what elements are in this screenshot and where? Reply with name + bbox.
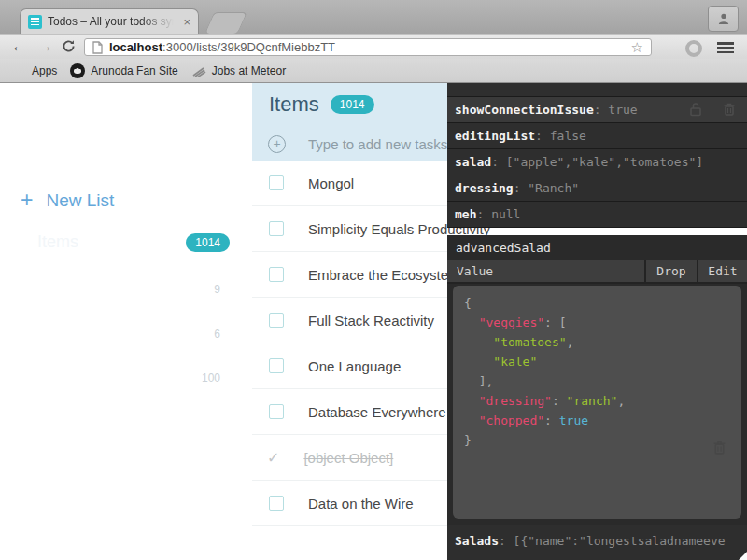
todo-label: Full Stack Reactivity xyxy=(308,313,434,329)
checkbox[interactable] xyxy=(269,175,284,190)
collection-row-salads[interactable]: Salads: [{"name":"longestsaladnameeve xyxy=(447,525,747,560)
count-badge: 6 xyxy=(204,325,230,343)
count-badge: 100 xyxy=(192,369,230,387)
session-row-showconnectionissue[interactable]: showConnectionIssue: true xyxy=(447,97,747,123)
collection-value: : [{"name":"longestsaladnameeve xyxy=(499,534,726,548)
sidebar-lists: Items 1014 Languages 9 Scientists 6 List… xyxy=(0,217,252,400)
refresh-button[interactable] xyxy=(62,39,76,58)
checkbox[interactable] xyxy=(269,221,284,236)
faint-trash-icon[interactable] xyxy=(712,440,726,458)
chrome-menu-button[interactable] xyxy=(717,42,734,53)
checkbox[interactable] xyxy=(269,496,284,511)
browser-window: Todos – All your todos syn × ← → localho… xyxy=(0,0,747,560)
extension-icon[interactable] xyxy=(685,40,702,57)
bookmark-label: Jobs at Meteor xyxy=(212,64,286,77)
session-row-dressing[interactable]: dressing: "Ranch" xyxy=(447,175,747,202)
new-list-label: New List xyxy=(46,190,114,211)
bookmarks-bar: Apps Arunoda Fan Site Jobs at Meteor xyxy=(0,59,747,83)
forward-button[interactable]: → xyxy=(37,37,53,56)
collection-key: Salads xyxy=(455,534,499,548)
page-icon xyxy=(92,41,103,54)
value-editor-header: Value Drop Edit xyxy=(447,260,747,284)
edit-button[interactable]: Edit xyxy=(698,260,747,282)
panel-gap xyxy=(447,228,747,235)
todo-label: Embrace the Ecosystem xyxy=(308,267,460,283)
session-row-salad[interactable]: salad: ["apple","kale","tomatoes"] xyxy=(447,149,747,175)
page-title: Items xyxy=(269,92,319,117)
todo-label: Database Everywhere xyxy=(308,404,446,420)
tab-close-icon[interactable]: × xyxy=(183,16,190,28)
session-value: : "Ranch" xyxy=(514,181,579,195)
session-key: meh xyxy=(455,207,476,221)
sidebar: SIGN IN JOIN + New List Items 1014 Langu… xyxy=(0,83,252,560)
checkbox[interactable] xyxy=(269,313,284,328)
list-label: Scientists xyxy=(37,324,109,343)
person-icon xyxy=(717,12,730,25)
todo-label: Mongol xyxy=(308,175,354,191)
count-badge: 1014 xyxy=(186,233,230,252)
back-button[interactable]: ← xyxy=(11,37,27,56)
sidebar-item-items[interactable]: Items 1014 xyxy=(0,217,252,266)
bookmark-jobs-at-meteor[interactable]: Jobs at Meteor xyxy=(191,64,286,77)
bookmark-star-icon[interactable]: ☆ xyxy=(631,39,643,56)
session-key: editingList xyxy=(455,129,535,143)
list-label: Items xyxy=(37,232,78,252)
github-icon xyxy=(70,63,85,78)
checkbox[interactable] xyxy=(269,358,284,373)
todo-label: [object Object] xyxy=(303,450,393,466)
new-list-button[interactable]: + New List xyxy=(21,188,114,213)
bookmark-apps[interactable]: Apps xyxy=(13,64,57,77)
list-label: Languages xyxy=(37,279,120,299)
tab-title: Todos – All your todos syn xyxy=(48,15,177,28)
checkbox[interactable] xyxy=(269,404,284,419)
session-value: : false xyxy=(535,129,586,143)
todo-label: Data on the Wire xyxy=(308,496,414,511)
profile-button[interactable] xyxy=(708,6,739,32)
session-row-clipped[interactable] xyxy=(447,83,747,97)
session-value: : true xyxy=(594,103,638,117)
url-host: localhost xyxy=(109,40,162,54)
join-button[interactable]: JOIN xyxy=(126,119,225,146)
tab-strip: Todos – All your todos syn × xyxy=(0,0,747,34)
url-path: :3000/lists/39k9DQcnfMiebbzTT xyxy=(162,40,335,54)
feather-icon xyxy=(191,64,206,77)
session-value: : ["apple","kale","tomatoes"] xyxy=(491,155,703,169)
apps-grid-icon xyxy=(13,64,26,77)
resize-corner[interactable] xyxy=(739,552,747,560)
bookmark-label: Apps xyxy=(32,64,57,77)
sidebar-item-languages[interactable]: Languages 9 xyxy=(0,266,252,311)
check-icon[interactable]: ✓ xyxy=(267,449,279,467)
add-task-plus-icon: + xyxy=(268,135,286,153)
refresh-icon xyxy=(62,39,76,53)
sign-in-button[interactable]: SIGN IN xyxy=(28,119,126,146)
trash-icon[interactable] xyxy=(723,102,736,117)
sidebar-item-scientists[interactable]: Scientists 6 xyxy=(0,311,252,356)
sidebar-item-list-a[interactable]: List A 100 xyxy=(0,356,252,400)
browser-toolbar: ← → localhost:3000/lists/39k9DQcnfMiebbz… xyxy=(0,34,747,59)
mongol-devtools-panel: showConnectionIssue: true editingList: f… xyxy=(447,83,747,560)
bookmark-arunoda-fan-site[interactable]: Arunoda Fan Site xyxy=(70,63,177,78)
todos-favicon-icon xyxy=(28,15,42,29)
session-key: dressing xyxy=(455,181,514,195)
checkbox[interactable] xyxy=(269,267,284,282)
browser-tab[interactable]: Todos – All your todos syn × xyxy=(20,8,199,34)
session-row-meh[interactable]: meh: null xyxy=(447,202,747,228)
count-badge: 1014 xyxy=(331,95,374,114)
auth-buttons: SIGN IN JOIN xyxy=(27,118,226,147)
lock-icon[interactable] xyxy=(689,102,702,117)
drop-button[interactable]: Drop xyxy=(646,260,697,282)
url-bar[interactable]: localhost:3000/lists/39k9DQcnfMiebbzTT ☆ xyxy=(84,38,652,56)
count-badge: 9 xyxy=(204,280,230,299)
bookmark-label: Arunoda Fan Site xyxy=(91,64,177,77)
value-column-header: Value xyxy=(447,260,644,282)
add-task-placeholder: Type to add new tasks xyxy=(308,136,447,152)
session-value: : null xyxy=(476,207,520,221)
json-value-editor[interactable]: { "veggies": [ "tomatoes", "kale" ], "dr… xyxy=(453,286,741,519)
todos-app: SIGN IN JOIN + New List Items 1014 Langu… xyxy=(0,83,747,560)
session-row-editinglist[interactable]: editingList: false xyxy=(447,123,747,149)
session-key: showConnectionIssue xyxy=(455,103,594,117)
advanced-salad-title: advancedSalad xyxy=(447,235,747,260)
new-tab-button[interactable] xyxy=(204,12,247,34)
list-label: List A xyxy=(37,369,78,388)
todo-label: One Language xyxy=(308,358,401,374)
